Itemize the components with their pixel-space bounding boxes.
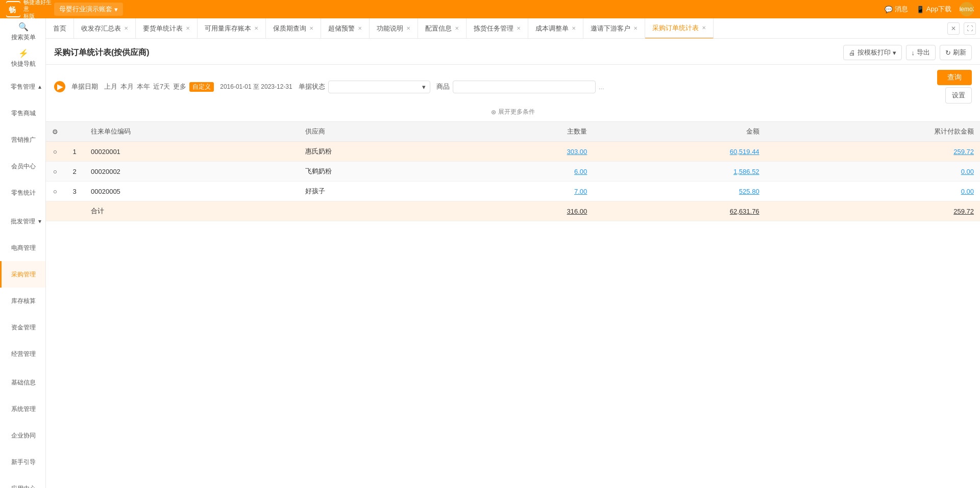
- export-icon: ↓: [912, 49, 915, 57]
- tab-purchase-stat-close[interactable]: ✕: [702, 25, 706, 31]
- tab-overstock[interactable]: 超储预警 ✕: [321, 18, 370, 39]
- tab-config-close[interactable]: ✕: [455, 25, 459, 31]
- row-index: 2: [64, 162, 85, 182]
- th-settings[interactable]: ⚙: [46, 122, 64, 142]
- tab-recv-pay[interactable]: 收发存汇总表 ✕: [74, 18, 136, 39]
- row-qty[interactable]: 7.00: [459, 182, 594, 201]
- page-header: 采购订单统计表(按供应商) 🖨 按模板打印 ▾ ↓ 导出: [46, 39, 980, 65]
- shortcut-this-month[interactable]: 本月: [120, 82, 134, 91]
- sidebar-item-system[interactable]: 系统管理: [0, 396, 45, 422]
- avatar[interactable]: demo2: [960, 2, 974, 16]
- tab-avail-stock[interactable]: 可用量库存账本 ✕: [198, 18, 266, 39]
- sidebar-item-basic[interactable]: 基础信息: [0, 369, 45, 396]
- sidebar-item-purchase[interactable]: 采购管理: [0, 261, 45, 288]
- settings-button[interactable]: 设置: [945, 87, 972, 104]
- sidebar-item-collab[interactable]: 企业协同: [0, 422, 45, 449]
- tab-order-stat-label: 要货单统计表: [143, 24, 183, 33]
- footer-supplier-empty: [299, 201, 459, 221]
- sidebar-item-label: 批发管理: [8, 217, 38, 226]
- row-amount[interactable]: 525.80: [593, 182, 765, 201]
- sidebar-item-finance[interactable]: 资金管理: [0, 314, 45, 341]
- tab-func-desc-close[interactable]: ✕: [406, 25, 410, 31]
- sidebar-item-marketing[interactable]: 营销推广: [0, 126, 45, 153]
- goods-input[interactable]: [453, 81, 596, 93]
- footer-amount: 62,631.76: [593, 201, 765, 221]
- message-button[interactable]: 💬 消息: [885, 5, 908, 14]
- row-amount[interactable]: 60,519.44: [593, 142, 765, 162]
- tab-avail-stock-close[interactable]: ✕: [254, 25, 258, 31]
- shortcut-7days[interactable]: 近7天: [153, 82, 170, 91]
- sidebar-item-apps[interactable]: 应用中心: [0, 475, 45, 488]
- lightning-icon: ⚡: [18, 48, 29, 58]
- refresh-button[interactable]: ↻ 刷新: [940, 45, 972, 60]
- tab-order-stat[interactable]: 要货单统计表 ✕: [136, 18, 198, 39]
- shortcut-this-year[interactable]: 本年: [137, 82, 150, 91]
- tab-pick-task-close[interactable]: ✕: [517, 25, 521, 31]
- row-paid[interactable]: 259.72: [766, 142, 980, 162]
- row-paid[interactable]: 0.00: [766, 182, 980, 201]
- row-amount[interactable]: 1,586.52: [593, 162, 765, 182]
- tab-warranty-close[interactable]: ✕: [309, 25, 313, 31]
- tab-invite-down-close[interactable]: ✕: [633, 25, 638, 31]
- tab-recv-pay-close[interactable]: ✕: [124, 25, 128, 31]
- expand-conditions-button[interactable]: ⊛ 展开更多条件: [491, 108, 535, 116]
- table-footer: 合计 316.00 62,631.76 259.72: [46, 201, 980, 221]
- sidebar-item-retail-shop[interactable]: 零售商城: [0, 100, 45, 126]
- tab-warranty[interactable]: 保质期查询 ✕: [266, 18, 321, 39]
- tab-fullscreen-button[interactable]: ⛶: [964, 22, 976, 35]
- sidebar-item-label: 快捷导航: [11, 60, 36, 68]
- export-button[interactable]: ↓ 导出: [906, 45, 936, 60]
- sidebar-item-ecom[interactable]: 电商管理: [0, 235, 45, 261]
- table-body: ○ 1 00020001 惠氏奶粉 303.00 60,519.44 259.7…: [46, 142, 980, 201]
- sidebar-item-member[interactable]: 会员中心: [0, 153, 45, 179]
- shortcut-last-month[interactable]: 上月: [104, 82, 117, 91]
- tab-pick-task[interactable]: 拣货任务管理 ✕: [467, 18, 528, 39]
- sidebar-item-shortcuts[interactable]: ⚡ 快捷导航: [0, 45, 45, 71]
- sidebar-item-biz[interactable]: 经营管理: [0, 341, 45, 367]
- row-checkbox[interactable]: ○: [46, 142, 64, 162]
- query-button[interactable]: 查询: [937, 70, 972, 85]
- tab-cost-adj-close[interactable]: ✕: [572, 25, 576, 31]
- message-icon: 💬: [885, 6, 893, 13]
- goods-label: 商品: [436, 82, 450, 91]
- sidebar-item-label: 采购管理: [11, 270, 36, 279]
- data-table: ⚙ 往来单位编码 供应商 主数量 金额 累计付款金额 ○ 1: [46, 122, 980, 221]
- tab-func-desc[interactable]: 功能说明 ✕: [370, 18, 418, 39]
- tab-order-stat-close[interactable]: ✕: [186, 25, 190, 31]
- page-title: 采购订单统计表(按供应商): [54, 47, 150, 58]
- date-shortcuts: 上月 本月 本年 近7天 更多 自定义: [104, 82, 214, 92]
- filter-toggle-button[interactable]: ▶: [54, 81, 65, 92]
- sidebar: 🔍 搜索英单 ⚡ 快捷导航 零售管理 ▴ 零售商城 营销推广 会员中心: [0, 18, 46, 488]
- row-checkbox[interactable]: ○: [46, 182, 64, 201]
- tab-config[interactable]: 配置信息 ✕: [418, 18, 467, 39]
- app-download-button[interactable]: 📱 App下载: [916, 5, 951, 14]
- tab-pick-task-label: 拣货任务管理: [474, 24, 513, 33]
- sidebar-item-search[interactable]: 🔍 搜索英单: [0, 18, 45, 45]
- sidebar-item-batch[interactable]: 批发管理 ▾: [0, 208, 45, 235]
- page-content: 采购订单统计表(按供应商) 🖨 按模板打印 ▾ ↓ 导出: [46, 39, 980, 488]
- print-button[interactable]: 🖨 按模板打印 ▾: [843, 45, 902, 60]
- tab-cost-adj[interactable]: 成本调整单 ✕: [528, 18, 583, 39]
- tab-purchase-stat[interactable]: 采购订单统计表 ✕: [645, 18, 714, 39]
- tab-invite-down[interactable]: 邀请下游客户 ✕: [583, 18, 645, 39]
- row-qty[interactable]: 303.00: [459, 142, 594, 162]
- date-filter-label: 单据日期: [71, 82, 98, 91]
- row-paid[interactable]: 0.00: [766, 162, 980, 182]
- tab-home[interactable]: 首页: [46, 18, 74, 39]
- sidebar-item-newbie[interactable]: 新手引导: [0, 449, 45, 475]
- row-qty[interactable]: 6.00: [459, 162, 594, 182]
- tab-overstock-close[interactable]: ✕: [358, 25, 362, 31]
- status-select[interactable]: ▾: [328, 81, 430, 93]
- sidebar-item-retail[interactable]: 零售管理 ▴: [0, 73, 45, 100]
- sidebar-item-inventory[interactable]: 库存核算: [0, 288, 45, 314]
- sidebar-item-label: 新手引导: [11, 458, 36, 467]
- custom-date-badge[interactable]: 自定义: [189, 82, 214, 92]
- shortcut-more[interactable]: 更多: [173, 82, 186, 91]
- query-btn-wrapper: 查询 设置: [937, 70, 972, 104]
- row-unit-code: 00020002: [85, 162, 299, 182]
- workspace-selector[interactable]: 母婴行业演示账套 ▾: [54, 3, 123, 16]
- sidebar-item-retail-stat[interactable]: 零售统计: [0, 179, 45, 206]
- tab-close-button[interactable]: ✕: [947, 22, 960, 35]
- row-checkbox[interactable]: ○: [46, 162, 64, 182]
- tab-invite-down-label: 邀请下游客户: [591, 24, 630, 33]
